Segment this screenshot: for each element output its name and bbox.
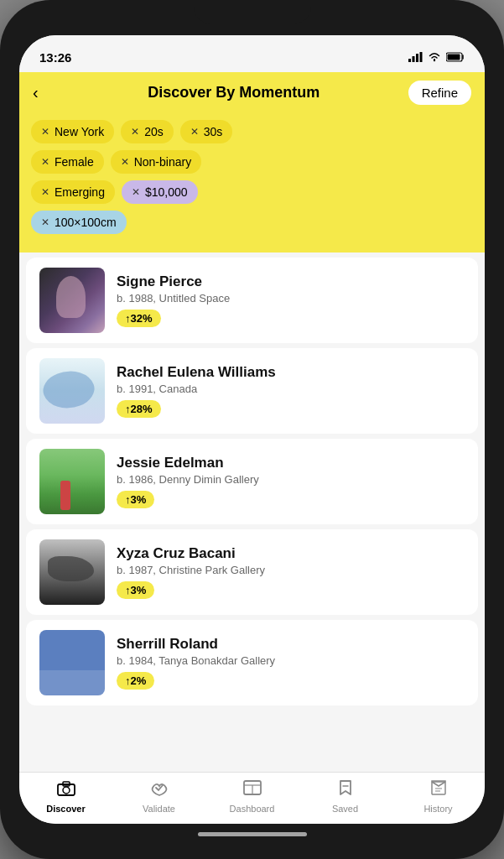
artist-name-sherrill: Sherrill Roland xyxy=(117,636,465,653)
discover-icon xyxy=(56,779,76,801)
signal-icon xyxy=(408,52,423,62)
filter-label-price: $10,000 xyxy=(145,185,188,199)
artist-name-xyza: Xyza Cruz Bacani xyxy=(117,545,465,562)
artist-name-rachel: Rachel Eulena Williams xyxy=(117,364,465,381)
svg-rect-1 xyxy=(413,56,415,62)
nav-item-history[interactable]: History xyxy=(392,779,485,814)
saved-icon xyxy=(335,779,356,801)
filter-row-3: ✕ Emerging ✕ $10,000 xyxy=(31,180,473,204)
momentum-badge-signe-pierce: ↑32% xyxy=(117,310,161,327)
refine-button[interactable]: Refine xyxy=(408,81,471,105)
filter-chip-size[interactable]: ✕ 100×100cm xyxy=(31,211,127,234)
filter-row-1: ✕ New York ✕ 20s ✕ 30s xyxy=(31,120,473,143)
artist-card-signe-pierce[interactable]: Signe Pierce b. 1988, Untitled Space ↑32… xyxy=(26,258,478,343)
filter-chip-price[interactable]: ✕ $10,000 xyxy=(122,180,198,204)
artist-info-sherrill: Sherrill Roland b. 1984, Tanya Bonakdar … xyxy=(117,636,465,690)
nav-label-discover: Discover xyxy=(46,804,85,814)
phone-shell: 13:26 xyxy=(0,0,504,859)
close-icon: ✕ xyxy=(41,126,49,138)
nav-item-saved[interactable]: Saved xyxy=(299,779,392,814)
artist-card-jessie-edelman[interactable]: Jessie Edelman b. 1986, Denny Dimin Gall… xyxy=(26,439,478,524)
artist-thumb-xyza xyxy=(39,539,105,605)
filter-label-new-york: New York xyxy=(55,125,104,138)
nav-item-validate[interactable]: Validate xyxy=(112,779,205,814)
svg-rect-3 xyxy=(420,52,423,62)
filter-chip-non-binary[interactable]: ✕ Non-binary xyxy=(111,150,201,174)
artist-thumb-sherrill xyxy=(39,630,105,695)
artist-info-rachel: Rachel Eulena Williams b. 1991, Canada ↑… xyxy=(117,364,465,418)
filter-label-30s: 30s xyxy=(204,125,223,138)
battery-icon xyxy=(446,52,465,62)
momentum-badge-jessie: ↑3% xyxy=(117,491,154,508)
artist-card-rachel-eulena-williams[interactable]: Rachel Eulena Williams b. 1991, Canada ↑… xyxy=(26,348,478,434)
close-icon: ✕ xyxy=(41,216,49,228)
svg-rect-6 xyxy=(448,55,460,60)
momentum-badge-rachel: ↑28% xyxy=(117,400,161,418)
filter-label-20s: 20s xyxy=(144,125,164,138)
close-icon: ✕ xyxy=(41,156,49,168)
artist-info-xyza: Xyza Cruz Bacani b. 1987, Christine Park… xyxy=(117,545,465,599)
svg-point-4 xyxy=(434,60,435,61)
back-button[interactable]: ‹ xyxy=(33,83,60,102)
artist-bio-sherrill: b. 1984, Tanya Bonakdar Gallery xyxy=(117,654,465,667)
filter-chip-new-york[interactable]: ✕ New York xyxy=(31,120,114,143)
dashboard-icon xyxy=(242,779,262,801)
filter-label-non-binary: Non-binary xyxy=(134,155,191,169)
artist-name-signe-pierce: Signe Pierce xyxy=(117,273,465,290)
artist-bio-xyza: b. 1987, Christine Park Gallery xyxy=(117,564,465,576)
filter-chip-female[interactable]: ✕ Female xyxy=(31,150,104,174)
validate-icon xyxy=(149,779,169,801)
nav-label-saved: Saved xyxy=(332,804,358,814)
close-icon: ✕ xyxy=(132,186,140,198)
filter-row-2: ✕ Female ✕ Non-binary xyxy=(31,150,473,174)
notch xyxy=(194,0,311,23)
nav-label-validate: Validate xyxy=(143,804,175,814)
bottom-nav: Discover Validate xyxy=(19,772,485,824)
svg-rect-2 xyxy=(416,54,418,62)
status-icons xyxy=(408,52,465,62)
artist-name-jessie: Jessie Edelman xyxy=(117,455,465,471)
status-time: 13:26 xyxy=(39,50,71,65)
momentum-badge-sherrill: ↑2% xyxy=(117,672,154,690)
artist-card-xyza-cruz-bacani[interactable]: Xyza Cruz Bacani b. 1987, Christine Park… xyxy=(26,529,478,615)
page-title: Discover By Momentum xyxy=(60,84,408,102)
filter-label-female: Female xyxy=(55,155,94,169)
svg-rect-0 xyxy=(408,59,411,62)
artist-bio-jessie: b. 1986, Denny Dimin Gallery xyxy=(117,473,465,486)
filters-area: ✕ New York ✕ 20s ✕ 30s ✕ Female ✕ xyxy=(19,117,485,252)
artist-info-signe-pierce: Signe Pierce b. 1988, Untitled Space ↑32… xyxy=(117,273,465,327)
nav-label-history: History xyxy=(423,804,452,814)
artist-thumb-jessie xyxy=(39,449,105,514)
header: ‹ Discover By Momentum Refine xyxy=(19,72,485,117)
nav-label-dashboard: Dashboard xyxy=(230,804,275,814)
phone-screen: 13:26 xyxy=(19,35,485,824)
artist-bio-signe-pierce: b. 1988, Untitled Space xyxy=(117,292,465,305)
momentum-badge-xyza: ↑3% xyxy=(117,581,154,599)
close-icon: ✕ xyxy=(131,126,139,138)
svg-point-8 xyxy=(63,787,70,794)
wifi-icon xyxy=(428,52,441,62)
filter-label-size: 100×100cm xyxy=(55,216,117,229)
status-bar: 13:26 xyxy=(19,35,485,72)
artist-thumb-rachel xyxy=(39,358,105,424)
nav-item-discover[interactable]: Discover xyxy=(19,779,112,814)
filter-chip-30s[interactable]: ✕ 30s xyxy=(180,120,233,143)
artist-card-sherrill-roland[interactable]: Sherrill Roland b. 1984, Tanya Bonakdar … xyxy=(26,620,478,705)
close-icon: ✕ xyxy=(121,156,129,168)
artist-thumb-signe-pierce xyxy=(39,268,105,333)
filter-label-emerging: Emerging xyxy=(55,185,105,199)
close-icon: ✕ xyxy=(190,126,199,138)
artist-info-jessie: Jessie Edelman b. 1986, Denny Dimin Gall… xyxy=(117,455,465,508)
artists-list: Signe Pierce b. 1988, Untitled Space ↑32… xyxy=(19,252,485,772)
home-indicator xyxy=(198,832,307,836)
filter-chip-emerging[interactable]: ✕ Emerging xyxy=(31,180,115,204)
history-icon xyxy=(429,779,449,801)
filter-chip-20s[interactable]: ✕ 20s xyxy=(121,120,174,143)
close-icon: ✕ xyxy=(41,186,49,198)
artist-bio-rachel: b. 1991, Canada xyxy=(117,383,465,395)
filter-row-4: ✕ 100×100cm xyxy=(31,211,473,234)
nav-item-dashboard[interactable]: Dashboard xyxy=(205,779,299,814)
